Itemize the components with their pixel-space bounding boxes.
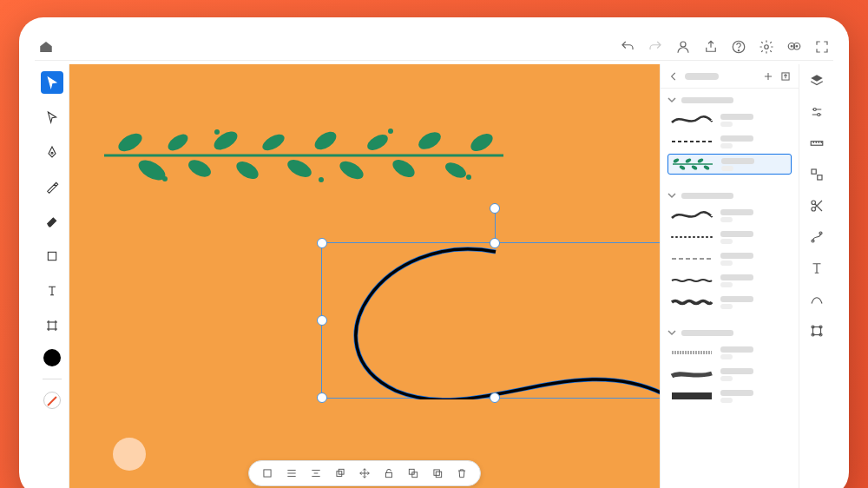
brush-item[interactable] bbox=[667, 365, 792, 384]
brush-thumbnail bbox=[671, 156, 714, 172]
svg-point-27 bbox=[162, 176, 168, 181]
svg-point-30 bbox=[388, 129, 393, 134]
layers-icon[interactable] bbox=[809, 73, 825, 89]
brush-sublabel-placeholder bbox=[720, 260, 733, 266]
handle-w[interactable] bbox=[317, 315, 327, 326]
svg-rect-33 bbox=[337, 472, 342, 477]
handle-s[interactable] bbox=[490, 392, 500, 403]
brush-item[interactable] bbox=[667, 132, 792, 151]
svg-rect-52 bbox=[812, 169, 816, 174]
tool-selection[interactable] bbox=[41, 71, 63, 94]
fullscreen-icon[interactable] bbox=[814, 39, 830, 55]
handle-sw[interactable] bbox=[317, 392, 327, 403]
home-icon[interactable] bbox=[38, 39, 54, 55]
canvas[interactable] bbox=[69, 64, 660, 488]
settings-icon[interactable] bbox=[759, 39, 774, 55]
brush-sublabel-placeholder bbox=[720, 398, 733, 403]
add-icon[interactable] bbox=[762, 70, 774, 82]
brush-item[interactable] bbox=[667, 110, 792, 129]
adjust-icon[interactable] bbox=[809, 104, 825, 120]
help-icon[interactable] bbox=[731, 39, 746, 55]
brush-item[interactable] bbox=[667, 293, 792, 312]
handle-rotate[interactable] bbox=[490, 203, 500, 214]
svg-point-31 bbox=[466, 175, 471, 180]
brush-sublabel-placeholder bbox=[720, 304, 733, 309]
group-label-placeholder bbox=[681, 193, 733, 199]
brush-label-placeholder bbox=[720, 253, 753, 259]
brush-group-header[interactable] bbox=[666, 92, 793, 108]
svg-point-49 bbox=[813, 109, 816, 111]
tool-eraser[interactable] bbox=[41, 210, 63, 233]
ctx-arrange-icon[interactable] bbox=[334, 467, 346, 479]
brush-item[interactable] bbox=[667, 343, 792, 362]
brush-item[interactable] bbox=[667, 206, 792, 225]
svg-point-2 bbox=[738, 49, 739, 50]
components-icon[interactable] bbox=[809, 167, 825, 182]
brush-thumbnail bbox=[670, 112, 713, 128]
brush-item[interactable] bbox=[667, 386, 792, 406]
fill-swatch[interactable] bbox=[43, 349, 61, 366]
svg-point-44 bbox=[685, 158, 692, 164]
handle-n[interactable] bbox=[490, 238, 500, 248]
user-icon[interactable] bbox=[675, 39, 691, 55]
back-icon[interactable] bbox=[667, 70, 680, 82]
tool-rectangle[interactable] bbox=[41, 245, 63, 267]
brush-item[interactable] bbox=[667, 271, 792, 290]
svg-point-25 bbox=[443, 160, 469, 181]
brush-group bbox=[661, 184, 799, 321]
brush-sublabel-placeholder bbox=[720, 354, 733, 359]
export-icon[interactable] bbox=[779, 70, 792, 82]
brush-panel-header bbox=[661, 64, 799, 89]
ctx-pathfinder-icon[interactable] bbox=[407, 467, 419, 479]
group-label-placeholder bbox=[681, 330, 733, 336]
tool-column bbox=[35, 64, 69, 488]
ctx-delete-icon[interactable] bbox=[456, 467, 468, 479]
tool-type[interactable] bbox=[41, 280, 63, 302]
svg-point-24 bbox=[416, 129, 444, 153]
app-screen bbox=[35, 33, 833, 488]
curve-icon[interactable] bbox=[809, 292, 825, 307]
share-icon[interactable] bbox=[703, 39, 719, 55]
precision-icon[interactable] bbox=[786, 39, 802, 55]
brush-group-header[interactable] bbox=[666, 188, 793, 203]
ctx-move-icon[interactable] bbox=[358, 467, 371, 479]
tool-direct-select[interactable] bbox=[41, 106, 63, 129]
tool-artboard[interactable] bbox=[41, 314, 63, 337]
brush-thumbnail bbox=[670, 345, 713, 360]
brush-thumbnail bbox=[670, 251, 713, 267]
svg-point-46 bbox=[697, 158, 704, 164]
svg-point-14 bbox=[165, 131, 190, 154]
ctx-align-icon[interactable] bbox=[286, 467, 298, 479]
brush-thumbnail bbox=[670, 229, 713, 245]
tool-pen[interactable] bbox=[41, 141, 63, 163]
svg-point-47 bbox=[703, 165, 710, 171]
tool-pencil[interactable] bbox=[41, 175, 63, 198]
text-icon[interactable] bbox=[809, 260, 825, 276]
brush-label-placeholder bbox=[720, 231, 753, 237]
selected-path[interactable] bbox=[322, 243, 669, 399]
ctx-lock-icon[interactable] bbox=[383, 467, 395, 479]
handle-nw[interactable] bbox=[317, 238, 327, 248]
brush-label-placeholder bbox=[720, 114, 753, 120]
ctx-outline-icon[interactable] bbox=[261, 467, 273, 479]
svg-point-8 bbox=[51, 152, 53, 154]
brush-group-header[interactable] bbox=[666, 325, 793, 340]
undo-icon[interactable] bbox=[620, 39, 635, 55]
transform-icon[interactable] bbox=[809, 323, 825, 339]
ctx-distribute-icon[interactable] bbox=[310, 467, 322, 479]
scissors-icon[interactable] bbox=[809, 198, 825, 214]
svg-point-50 bbox=[817, 114, 819, 116]
ctx-duplicate-icon[interactable] bbox=[431, 467, 444, 479]
redo-icon[interactable] bbox=[648, 39, 663, 55]
path-icon[interactable] bbox=[809, 229, 825, 245]
brush-label-placeholder bbox=[720, 274, 753, 280]
brush-item[interactable] bbox=[667, 249, 792, 268]
brush-item[interactable] bbox=[667, 228, 792, 247]
ruler-icon[interactable] bbox=[809, 135, 825, 151]
svg-rect-34 bbox=[339, 469, 344, 474]
group-label-placeholder bbox=[681, 97, 733, 103]
brush-item[interactable] bbox=[667, 154, 792, 175]
stroke-swatch-none[interactable] bbox=[43, 392, 61, 409]
context-toolbar bbox=[248, 460, 481, 486]
selection-box[interactable] bbox=[321, 242, 668, 399]
